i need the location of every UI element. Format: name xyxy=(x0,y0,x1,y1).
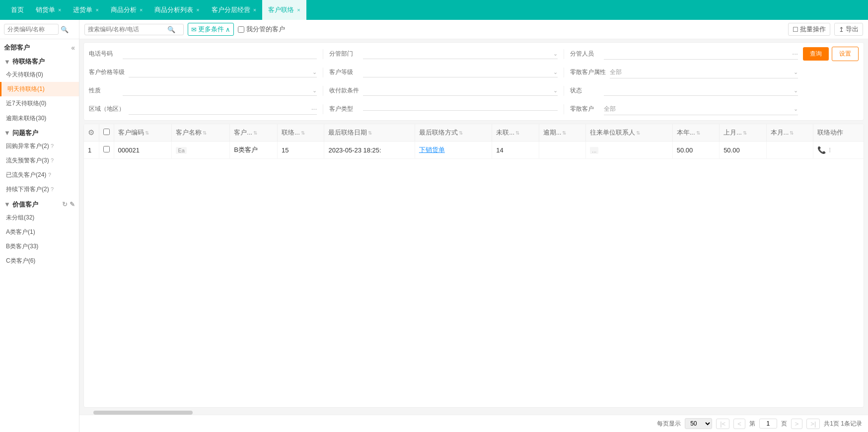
close-icon[interactable]: × xyxy=(140,7,143,13)
dept-label: 分管部门 xyxy=(329,50,359,58)
toolbar-search-box: 🔍 xyxy=(84,24,184,35)
sidebar-item-problem[interactable]: 持续下滑客户(2) ? xyxy=(0,182,79,197)
problem-section-label: 问题客户 xyxy=(12,129,38,138)
region-dots-icon[interactable]: ··· xyxy=(311,105,317,113)
filter-panel: 电话号码 分管部门 ⌄ 分管人员 ··· xyxy=(83,42,864,121)
col-unit-contact-label: 往来单位联系人 xyxy=(590,128,635,137)
nav-item-客户联络[interactable]: 客户联络× xyxy=(262,0,306,20)
more-filters-button[interactable]: ✉ 更多条件 ∧ xyxy=(188,23,234,36)
cust-type-select[interactable] xyxy=(363,107,557,111)
sidebar-item-problem[interactable]: 已流失客户(24) ? xyxy=(0,168,79,182)
toolbar-search-icon[interactable]: 🔍 xyxy=(167,26,175,33)
close-icon[interactable]: × xyxy=(58,7,61,13)
sidebar-item-value[interactable]: B类客户(33) xyxy=(0,239,79,254)
sidebar-item-pending[interactable]: 明天待联络(1) xyxy=(0,82,79,96)
all-customers-label: 全部客户 xyxy=(4,43,30,52)
sort-uncontacted-icon[interactable]: ⇅ xyxy=(515,130,519,136)
close-icon[interactable]: × xyxy=(297,7,300,13)
sort-overdue-icon[interactable]: ⇅ xyxy=(562,130,566,136)
sidebar-item-problem[interactable]: 流失预警客户(3) ? xyxy=(0,153,79,168)
all-customers-header[interactable]: 全部客户 « xyxy=(0,39,79,54)
page-unit: 页 xyxy=(781,420,787,428)
batch-operation-button[interactable]: ☐ 批量操作 xyxy=(788,23,830,36)
region-select[interactable]: ··· xyxy=(129,103,317,115)
customer-grade-chevron-icon: ⌄ xyxy=(553,69,558,75)
col-this-month-label: 本月... xyxy=(771,128,789,137)
row-index: 1 xyxy=(84,142,99,159)
manager-select[interactable]: ··· xyxy=(604,48,798,60)
value-section-header: ▼ 价值客户 ↻ ✎ xyxy=(0,197,79,211)
settings-button[interactable]: 设置 xyxy=(832,47,859,61)
retail-attr-select[interactable]: 全部 ⌄ xyxy=(610,67,798,78)
sort-name-icon[interactable]: ⇅ xyxy=(203,130,207,136)
nav-item-客户分层经营[interactable]: 客户分层经营× xyxy=(206,0,262,20)
sort-code-icon[interactable]: ⇅ xyxy=(145,130,149,136)
sidebar-item-pending[interactable]: 近7天待联络(0) xyxy=(0,96,79,111)
table-settings-icon[interactable]: ⚙ xyxy=(88,128,94,137)
status-select[interactable]: ⌄ xyxy=(604,86,798,96)
page-number-input[interactable] xyxy=(759,419,777,429)
my-customers-checkbox[interactable] xyxy=(238,26,244,33)
refresh-icon[interactable]: ↻ xyxy=(62,201,68,208)
nav-item-销货单[interactable]: 销货单× xyxy=(30,0,67,20)
collapse-icon[interactable]: « xyxy=(71,44,75,52)
sidebar-item-value[interactable]: 未分组(32) xyxy=(0,211,79,225)
prev-page-button[interactable]: < xyxy=(733,419,745,429)
scrollbar-thumb[interactable] xyxy=(93,411,193,415)
sort-contact-icon[interactable]: ⇅ xyxy=(301,130,305,136)
sidebar-search-icon[interactable]: 🔍 xyxy=(61,26,69,33)
page-size-select[interactable]: 50 100 200 xyxy=(685,418,712,429)
select-all-checkbox[interactable] xyxy=(103,129,110,135)
sort-last-method-icon[interactable]: ⇅ xyxy=(459,130,463,136)
retail-cust-chevron-icon: ⌄ xyxy=(794,106,798,112)
row-type: B类客户 xyxy=(230,142,278,159)
customer-grade-select[interactable]: ⌄ xyxy=(363,68,557,77)
col-type-label: 客户... xyxy=(234,128,252,137)
nav-item-商品分析[interactable]: 商品分析× xyxy=(105,0,148,20)
sort-last-month-icon[interactable]: ⇅ xyxy=(743,130,747,136)
row-checkbox[interactable] xyxy=(103,146,110,152)
phone-input[interactable] xyxy=(123,49,317,59)
toolbar-search-input[interactable] xyxy=(88,26,167,33)
toolbar: 🔍 ✉ 更多条件 ∧ 我分管的客户 ☐ 批量操作 ↥ 导出 xyxy=(79,20,868,39)
page-size-label: 每页显示 xyxy=(657,420,681,428)
sidebar-item-pending[interactable]: 逾期未联络(30) xyxy=(0,111,79,126)
nature-select[interactable]: ⌄ xyxy=(123,86,317,96)
action-more-icon[interactable]: ⁝ xyxy=(829,146,831,154)
table-row: 1 000021 Ea B类客户 15 2023-05-23 18:25: 下销… xyxy=(84,142,864,159)
sort-this-month-icon[interactable]: ⇅ xyxy=(790,130,794,136)
sidebar-item-value[interactable]: C类客户(6) xyxy=(0,254,79,268)
close-icon[interactable]: × xyxy=(253,7,256,13)
sidebar-item-problem[interactable]: 回购异常客户(2) ? xyxy=(0,139,79,153)
nav-item-进货单[interactable]: 进货单× xyxy=(67,0,104,20)
nav-item-首页[interactable]: 首页 xyxy=(5,0,30,20)
sort-this-year-icon[interactable]: ⇅ xyxy=(696,130,700,136)
close-icon[interactable]: × xyxy=(196,7,199,13)
query-button[interactable]: 查询 xyxy=(803,47,829,61)
nav-item-商品分析列表[interactable]: 商品分析列表× xyxy=(148,0,205,20)
sidebar-item-value[interactable]: A类客户(1) xyxy=(0,225,79,239)
sort-type-icon[interactable]: ⇅ xyxy=(253,130,257,136)
export-icon: ↥ xyxy=(839,26,844,33)
action-phone-icon[interactable]: 📞 xyxy=(817,146,826,154)
my-customers-checkbox-label[interactable]: 我分管的客户 xyxy=(238,25,285,34)
price-grade-select[interactable]: ⌄ xyxy=(129,68,317,77)
edit-icon[interactable]: ✎ xyxy=(70,201,75,208)
last-page-button[interactable]: >| xyxy=(806,419,820,429)
export-button[interactable]: ↥ 导出 xyxy=(834,23,863,36)
next-page-button[interactable]: > xyxy=(791,419,803,429)
sidebar-search-input[interactable] xyxy=(4,24,59,35)
close-icon[interactable]: × xyxy=(95,7,98,13)
dept-select[interactable]: ⌄ xyxy=(363,49,557,59)
col-this-year-label: 本年... xyxy=(677,128,695,137)
status-label: 状态 xyxy=(570,86,600,95)
sort-unit-icon[interactable]: ⇅ xyxy=(636,130,640,136)
sidebar-item-pending[interactable]: 今天待联络(0) xyxy=(0,68,79,82)
payment-select[interactable]: ⌄ xyxy=(363,86,557,96)
retail-cust-select[interactable]: 全部 ⌄ xyxy=(604,103,798,115)
horizontal-scrollbar[interactable] xyxy=(83,411,864,415)
manager-dots-icon[interactable]: ··· xyxy=(792,50,798,58)
row-code: 000021 xyxy=(114,142,172,159)
first-page-button[interactable]: |< xyxy=(716,419,729,429)
sort-last-date-icon[interactable]: ⇅ xyxy=(368,130,372,136)
